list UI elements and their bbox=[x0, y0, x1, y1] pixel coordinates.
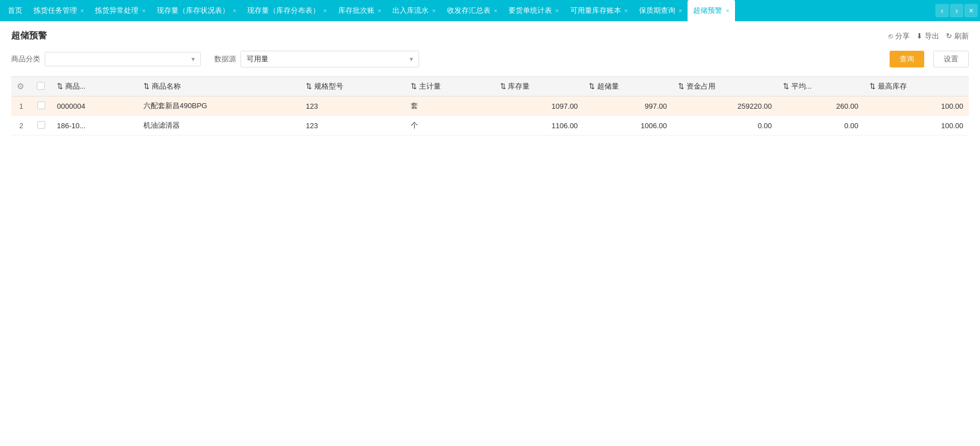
page-title: 超储预警 bbox=[11, 30, 47, 42]
row-capital: 259220.00 bbox=[672, 96, 777, 116]
nav-item-batch[interactable]: 库存批次账 × bbox=[333, 0, 387, 21]
query-button[interactable]: 查询 bbox=[890, 51, 924, 67]
row-over: 1006.00 bbox=[583, 116, 672, 135]
datasource-select-value: 可用量 bbox=[247, 54, 268, 64]
row-num: 1 bbox=[11, 96, 31, 116]
row-maxstock: 100.00 bbox=[864, 96, 969, 116]
col-maxstock[interactable]: ⇅ 最高库存 bbox=[864, 77, 969, 96]
row-spec: 123 bbox=[300, 96, 405, 116]
export-button[interactable]: ⬇ 导出 bbox=[916, 31, 939, 41]
close-icon[interactable]: × bbox=[233, 7, 236, 14]
row-stock: 1097.00 bbox=[494, 96, 584, 116]
row-maxstock: 100.00 bbox=[864, 116, 969, 135]
col-avg[interactable]: ⇅ 平均... bbox=[777, 77, 864, 96]
select-all-header bbox=[31, 77, 51, 96]
toolbar-right: ⎋ 分享 ⬇ 导出 ↻ 刷新 bbox=[888, 31, 969, 41]
filter-actions: 查询 设置 bbox=[890, 51, 969, 67]
close-icon[interactable]: × bbox=[378, 7, 381, 14]
filter-row: 商品分类 ▾ 数据源 可用量 ▾ 查询 设置 bbox=[11, 51, 969, 67]
table-row: 1 0000004 六配套新昌490BPG 123 套 1097.00 997.… bbox=[11, 96, 969, 116]
category-select[interactable]: ▾ bbox=[45, 52, 201, 66]
row-num: 2 bbox=[11, 116, 31, 135]
nav-close-button[interactable]: × bbox=[964, 4, 978, 17]
gear-icon[interactable]: ⚙ bbox=[17, 81, 24, 91]
share-icon: ⎋ bbox=[888, 32, 893, 40]
close-icon[interactable]: × bbox=[432, 7, 435, 14]
page-content: 超储预警 ⎋ 分享 ⬇ 导出 ↻ 刷新 商品分类 ▾ 数据源 bbox=[0, 21, 980, 144]
row-code: 186-10... bbox=[51, 116, 138, 135]
close-icon[interactable]: × bbox=[80, 7, 84, 14]
row-over: 997.00 bbox=[583, 96, 672, 116]
refresh-button[interactable]: ↻ 刷新 bbox=[946, 31, 969, 41]
settings-button[interactable]: 设置 bbox=[933, 51, 969, 67]
nav-item-task[interactable]: 拣货任务管理 × bbox=[28, 0, 89, 21]
close-icon[interactable]: × bbox=[142, 7, 145, 14]
row-checkbox[interactable] bbox=[37, 101, 45, 109]
row-spec: 123 bbox=[300, 116, 405, 135]
datasource-select[interactable]: 可用量 ▾ bbox=[241, 51, 419, 67]
col-capital[interactable]: ⇅ 资金占用 bbox=[672, 77, 777, 96]
select-all-checkbox[interactable] bbox=[37, 82, 45, 90]
close-icon[interactable]: × bbox=[624, 7, 628, 14]
close-icon[interactable]: × bbox=[679, 7, 682, 14]
data-table: ⚙ ⇅ 商品... ⇅ 商品名称 ⇅ 规格型号 ⇅ bbox=[11, 76, 969, 135]
close-icon[interactable]: × bbox=[555, 7, 559, 14]
row-checkbox-cell bbox=[31, 116, 51, 135]
row-unit: 套 bbox=[405, 96, 494, 116]
nav-bar: 首页 拣货任务管理 × 拣货异常处理 × 现存量（库存状况表） × 现存量（库存… bbox=[0, 0, 980, 21]
nav-arrows: ‹ › × bbox=[935, 4, 978, 17]
page-header: 超储预警 ⎋ 分享 ⬇ 导出 ↻ 刷新 bbox=[11, 30, 969, 42]
close-icon[interactable]: × bbox=[494, 7, 497, 14]
export-icon: ⬇ bbox=[916, 32, 923, 40]
nav-item-stock-status[interactable]: 现存量（库存状况表） × bbox=[151, 0, 242, 21]
nav-prev-button[interactable]: ‹ bbox=[935, 4, 949, 17]
row-avg: 260.00 bbox=[777, 96, 864, 116]
nav-item-stock-dist[interactable]: 现存量（库存分布表） × bbox=[242, 0, 332, 21]
col-name[interactable]: ⇅ 商品名称 bbox=[138, 77, 300, 96]
table-row: 2 186-10... 机油滤清器 123 个 1106.00 1006.00 … bbox=[11, 116, 969, 135]
col-over[interactable]: ⇅ 超储量 bbox=[583, 77, 672, 96]
nav-item-summary[interactable]: 收发存汇总表 × bbox=[441, 0, 503, 21]
col-code[interactable]: ⇅ 商品... bbox=[51, 77, 138, 96]
chevron-down-icon: ▾ bbox=[191, 55, 195, 63]
filter-category: 商品分类 ▾ bbox=[11, 52, 201, 66]
row-stock: 1106.00 bbox=[494, 116, 584, 135]
row-checkbox-cell bbox=[31, 96, 51, 116]
row-checkbox[interactable] bbox=[37, 121, 45, 129]
nav-item-available[interactable]: 可用量库存账本 × bbox=[565, 0, 633, 21]
nav-item-expiry[interactable]: 保质期查询 × bbox=[633, 0, 688, 21]
nav-next-button[interactable]: › bbox=[950, 4, 963, 17]
gear-header: ⚙ bbox=[11, 77, 31, 96]
nav-item-flow[interactable]: 出入库流水 × bbox=[387, 0, 441, 21]
row-unit: 个 bbox=[405, 116, 494, 135]
col-unit[interactable]: ⇅ 主计量 bbox=[405, 77, 494, 96]
col-stock[interactable]: ⇅ 库存量 bbox=[494, 77, 584, 96]
close-icon[interactable]: × bbox=[323, 7, 326, 14]
table-header-row: ⚙ ⇅ 商品... ⇅ 商品名称 ⇅ 规格型号 ⇅ bbox=[11, 77, 969, 96]
chevron-down-icon: ▾ bbox=[410, 55, 413, 63]
filter-datasource: 数据源 可用量 ▾ bbox=[214, 51, 419, 67]
nav-item-order-stat[interactable]: 要货单统计表 × bbox=[503, 0, 564, 21]
refresh-icon: ↻ bbox=[946, 32, 952, 40]
row-name: 机油滤清器 bbox=[138, 116, 300, 135]
nav-item-home[interactable]: 首页 bbox=[2, 0, 28, 21]
share-button[interactable]: ⎋ 分享 bbox=[888, 31, 910, 41]
row-name: 六配套新昌490BPG bbox=[138, 96, 300, 116]
row-capital: 0.00 bbox=[672, 116, 777, 135]
row-avg: 0.00 bbox=[777, 116, 864, 135]
close-icon[interactable]: × bbox=[726, 7, 729, 14]
row-code: 0000004 bbox=[51, 96, 138, 116]
filter-category-label: 商品分类 bbox=[11, 54, 40, 64]
nav-item-abnormal[interactable]: 拣货异常处理 × bbox=[89, 0, 151, 21]
nav-item-overstock[interactable]: 超储预警 × bbox=[688, 0, 734, 21]
col-spec[interactable]: ⇅ 规格型号 bbox=[300, 77, 405, 96]
filter-datasource-label: 数据源 bbox=[214, 54, 236, 64]
